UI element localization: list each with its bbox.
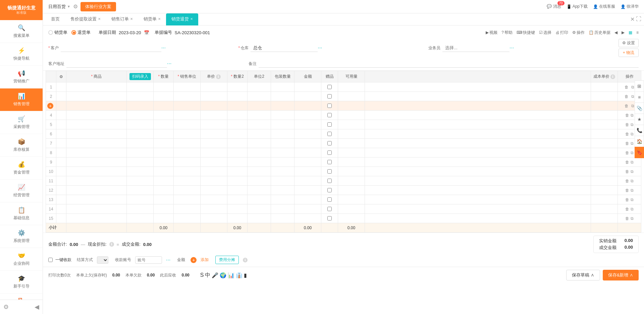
delete-row-13-icon[interactable]: 🗑 xyxy=(625,197,629,202)
address-input[interactable] xyxy=(66,60,167,68)
fee-split-btn[interactable]: 费用分摊 xyxy=(215,256,239,264)
app-download[interactable]: 📱 App下载 xyxy=(567,4,588,9)
goods-input-1[interactable] xyxy=(68,85,125,89)
toolbar-video[interactable]: ▶ 视频 xyxy=(486,30,497,36)
toolbar-nav-prev[interactable]: ◀ xyxy=(614,30,618,35)
save-new-btn[interactable]: 保存&新增 ∧ xyxy=(603,270,639,280)
tab-sale-price[interactable]: 售价提取设置 ✕ xyxy=(65,13,106,25)
sidebar-item-inventory[interactable]: 📦 库存核算 xyxy=(0,134,43,157)
gift-checkbox-13[interactable] xyxy=(327,197,332,202)
delete-row-6-icon[interactable]: 🗑 xyxy=(625,132,629,136)
sidebar-item-basic[interactable]: 📋 基础信息 xyxy=(0,202,43,225)
copy-row-3-icon[interactable]: ⧉ xyxy=(631,104,634,108)
gift-checkbox-11[interactable] xyxy=(327,179,332,183)
gift-checkbox-6[interactable] xyxy=(327,132,332,136)
copy-row-11-icon[interactable]: ⧉ xyxy=(631,179,634,183)
toolbar-shortcut[interactable]: ⌨ 快捷键 xyxy=(517,30,535,36)
toolbar-history[interactable]: 📋 历史单据 xyxy=(589,30,610,36)
right-panel-btn-1[interactable]: ⊞ xyxy=(635,80,644,91)
sidebar-item-enterprise[interactable]: 🤝 企业协同 xyxy=(0,248,43,271)
settings-side-btn[interactable]: ⚙ 设置 xyxy=(619,39,639,47)
gift-checkbox-1[interactable] xyxy=(327,85,332,89)
sidebar-item-finance[interactable]: 💰 资金管理 xyxy=(0,157,43,180)
delete-row-10-icon[interactable]: 🗑 xyxy=(625,169,629,174)
toolbar-print[interactable]: 🖨 打印 xyxy=(555,30,568,36)
settings-icon[interactable]: ⚙ xyxy=(3,303,9,311)
sidebar-item-operation[interactable]: 📈 经营管理 xyxy=(0,180,43,202)
copy-row-8-icon[interactable]: ⧉ xyxy=(631,150,634,155)
save-draft-btn[interactable]: 保存草稿 ∧ xyxy=(566,270,600,280)
remark-input[interactable] xyxy=(259,60,639,68)
collapse-icon[interactable]: ◀ xyxy=(35,303,39,311)
category-select[interactable]: 日用百货 ▼ xyxy=(48,4,70,10)
sidebar-item-sales[interactable]: 📊 销售管理 xyxy=(0,88,43,111)
account-input[interactable] xyxy=(135,256,162,264)
cost-info-icon[interactable]: ℹ xyxy=(610,74,615,79)
delete-row-14-icon[interactable]: 🗑 xyxy=(625,207,629,211)
toolbar-operate[interactable]: ⚙ 操作 xyxy=(572,30,585,36)
account-more-icon[interactable]: ··· xyxy=(166,257,170,263)
gift-checkbox-4[interactable] xyxy=(327,113,332,117)
toolbar-list-view[interactable]: ≡ xyxy=(636,30,639,35)
toolbar-nav-next[interactable]: ▶ xyxy=(622,30,625,35)
close-all-icon[interactable]: ✕ xyxy=(630,16,635,22)
tab-sale-order[interactable]: 销售订单 ✕ xyxy=(106,13,138,25)
toolbar-help[interactable]: ? 帮助 xyxy=(501,30,513,36)
sidebar-item-search[interactable]: 🔍 搜索菜单 xyxy=(0,20,43,43)
row-goods-3[interactable] xyxy=(66,101,127,111)
copy-row-6-icon[interactable]: ⧉ xyxy=(631,132,634,136)
toolbar-select[interactable]: ☑ 选择 xyxy=(539,30,551,36)
salesperson-more-icon[interactable]: ··· xyxy=(509,45,514,51)
delete-row-11-icon[interactable]: 🗑 xyxy=(625,179,629,183)
radio-sale[interactable]: 销货单 xyxy=(48,29,67,36)
experience-btn[interactable]: 体验行业方案 xyxy=(80,2,116,11)
delete-row-8-icon[interactable]: 🗑 xyxy=(625,150,629,155)
copy-row-4-icon[interactable]: ⧉ xyxy=(631,113,634,118)
gift-checkbox-9[interactable] xyxy=(327,160,332,164)
customer-input[interactable] xyxy=(61,44,161,52)
discount-info-icon[interactable]: ℹ xyxy=(109,242,114,247)
warehouse-input[interactable] xyxy=(251,44,318,52)
copy-row-2-icon[interactable]: ⧉ xyxy=(631,94,634,99)
warehouse-more-icon[interactable]: ··· xyxy=(318,45,322,51)
copy-row-1-icon[interactable]: ⧉ xyxy=(631,85,634,89)
right-panel-btn-3[interactable]: 📎 xyxy=(635,103,644,114)
settlement-select[interactable] xyxy=(97,256,108,264)
calendar-icon[interactable]: 📅 xyxy=(144,30,149,35)
toolbar-grid-view[interactable]: ▦ xyxy=(629,30,632,35)
copy-row-5-icon[interactable]: ⧉ xyxy=(631,122,634,127)
right-panel-btn-4[interactable]: ★ xyxy=(635,114,644,125)
delete-row-3-icon[interactable]: 🗑 xyxy=(625,104,629,108)
delete-row-5-icon[interactable]: 🗑 xyxy=(625,122,629,127)
sidebar-item-system[interactable]: ⚙️ 系统管理 xyxy=(0,225,43,248)
tab-sale-return[interactable]: 销货退货 ✕ xyxy=(166,13,198,25)
gift-checkbox-7[interactable] xyxy=(327,141,332,145)
delete-row-7-icon[interactable]: 🗑 xyxy=(625,141,629,146)
col-header-gear[interactable]: ⚙ xyxy=(56,71,66,82)
right-panel-btn-2[interactable]: ≡ xyxy=(635,91,644,103)
delete-row-4-icon[interactable]: 🗑 xyxy=(625,113,629,118)
add-payment-icon[interactable]: + xyxy=(191,257,197,263)
copy-row-9-icon[interactable]: ⧉ xyxy=(631,160,634,165)
gift-checkbox-14[interactable] xyxy=(327,207,332,211)
gift-checkbox-3[interactable] xyxy=(327,104,332,108)
row-goods-2[interactable] xyxy=(66,92,127,101)
goods-input-3[interactable] xyxy=(68,104,125,108)
delete-row-12-icon[interactable]: 🗑 xyxy=(625,188,629,193)
copy-row-13-icon[interactable]: ⧉ xyxy=(631,197,634,202)
tab-sale-order-close[interactable]: ✕ xyxy=(130,17,133,21)
gift-checkbox-10[interactable] xyxy=(327,169,332,174)
user-info[interactable]: 👤 徐泽华 xyxy=(621,4,639,9)
tab-sale-return-close[interactable]: ✕ xyxy=(190,17,193,21)
tab-home[interactable]: 首页 xyxy=(46,13,65,25)
customer-more-icon[interactable]: ··· xyxy=(161,45,166,51)
gift-checkbox-8[interactable] xyxy=(327,150,332,155)
settings-gear-icon[interactable]: ⚙ xyxy=(73,3,78,10)
address-more-icon[interactable]: ··· xyxy=(167,61,171,67)
right-panel-btn-5[interactable]: 📞 xyxy=(635,125,644,136)
tab-sale-price-close[interactable]: ✕ xyxy=(98,17,101,21)
salesperson-input[interactable] xyxy=(442,44,509,52)
gift-checkbox-12[interactable] xyxy=(327,188,332,192)
add-row-icon[interactable]: + xyxy=(47,103,53,109)
gift-checkbox-5[interactable] xyxy=(327,122,332,127)
